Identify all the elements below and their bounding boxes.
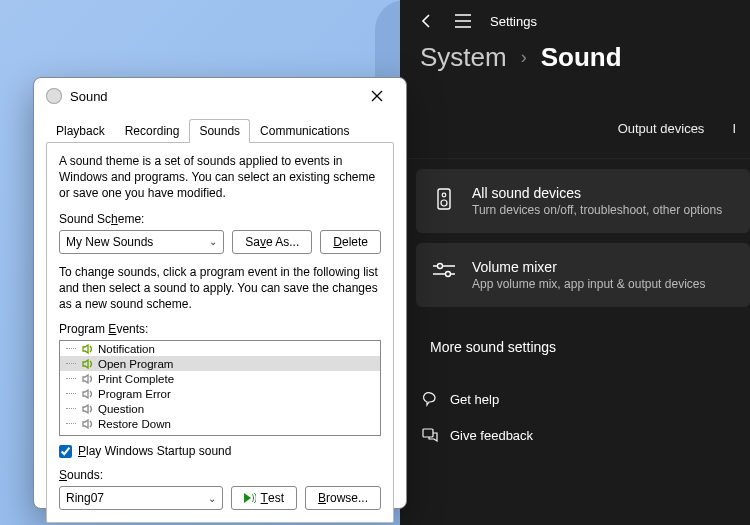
svg-point-4 xyxy=(446,272,451,277)
tab-strip: Playback Recording Sounds Communications xyxy=(34,112,406,142)
browse-button[interactable]: Browse... xyxy=(305,486,381,510)
svg-point-1 xyxy=(442,193,446,197)
program-event-item[interactable]: Notification xyxy=(60,341,380,356)
settings-title: Settings xyxy=(490,14,537,29)
play-icon xyxy=(244,493,256,503)
settings-window: Settings System › Sound Output devices I… xyxy=(400,0,750,525)
scheme-combo[interactable]: My New Sounds ⌄ xyxy=(59,230,224,254)
breadcrumb-parent[interactable]: System xyxy=(420,42,507,73)
tab-communications[interactable]: Communications xyxy=(250,119,359,143)
mixer-icon xyxy=(430,259,458,279)
link-input-devices-partial[interactable]: I xyxy=(732,121,736,136)
card-all-sound-devices[interactable]: All sound devices Turn devices on/off, t… xyxy=(416,169,750,233)
svg-point-3 xyxy=(438,264,443,269)
tab-recording[interactable]: Recording xyxy=(115,119,190,143)
sound-dialog: Sound Playback Recording Sounds Communic… xyxy=(33,77,407,509)
help-icon xyxy=(422,391,438,407)
breadcrumb: System › Sound xyxy=(400,34,750,91)
sounds-combo[interactable]: Ring07 ⌄ xyxy=(59,486,223,510)
tab-playback[interactable]: Playback xyxy=(46,119,115,143)
test-button[interactable]: Test xyxy=(231,486,297,510)
program-event-item[interactable]: Program Error xyxy=(60,386,380,401)
scheme-label: Sound Scheme: xyxy=(59,212,381,226)
feedback-icon xyxy=(422,427,438,443)
program-event-item[interactable]: Open Program xyxy=(60,356,380,371)
card-volume-mixer[interactable]: Volume mixer App volume mix, app input &… xyxy=(416,243,750,307)
svg-point-2 xyxy=(441,200,447,206)
program-events-list[interactable]: NotificationOpen ProgramPrint CompletePr… xyxy=(59,340,381,436)
program-event-item[interactable]: Question xyxy=(60,401,380,416)
card-subtitle: App volume mix, app input & output devic… xyxy=(472,277,705,291)
program-event-item[interactable]: Print Complete xyxy=(60,371,380,386)
link-output-devices[interactable]: Output devices xyxy=(618,121,705,136)
save-as-button[interactable]: Save As... xyxy=(232,230,312,254)
sound-dialog-icon xyxy=(46,88,62,104)
events-label: Program Events: xyxy=(59,322,381,336)
events-description: To change sounds, click a program event … xyxy=(59,264,381,313)
tab-sounds[interactable]: Sounds xyxy=(189,119,250,143)
scheme-description: A sound theme is a set of sounds applied… xyxy=(59,153,381,202)
card-subtitle: Turn devices on/off, troubleshoot, other… xyxy=(472,203,722,217)
card-title: All sound devices xyxy=(472,185,722,201)
close-button[interactable] xyxy=(356,84,398,108)
chevron-down-icon: ⌄ xyxy=(208,493,216,504)
program-event-item[interactable]: Restore Down xyxy=(60,416,380,431)
hamburger-icon[interactable] xyxy=(454,12,472,30)
breadcrumb-current: Sound xyxy=(541,42,622,73)
more-sound-settings[interactable]: More sound settings xyxy=(400,313,750,381)
chevron-down-icon: ⌄ xyxy=(209,236,217,247)
svg-rect-5 xyxy=(423,429,433,437)
sounds-label: Sounds: xyxy=(59,468,381,482)
card-title: Volume mixer xyxy=(472,259,705,275)
speaker-icon xyxy=(430,185,458,211)
link-give-feedback[interactable]: Give feedback xyxy=(400,417,750,453)
sound-dialog-title: Sound xyxy=(70,89,356,104)
delete-button[interactable]: Delete xyxy=(320,230,381,254)
chevron-right-icon: › xyxy=(521,47,527,68)
back-icon[interactable] xyxy=(418,12,436,30)
link-get-help[interactable]: Get help xyxy=(400,381,750,417)
startup-sound-checkbox[interactable]: Play Windows Startup sound xyxy=(59,444,381,458)
